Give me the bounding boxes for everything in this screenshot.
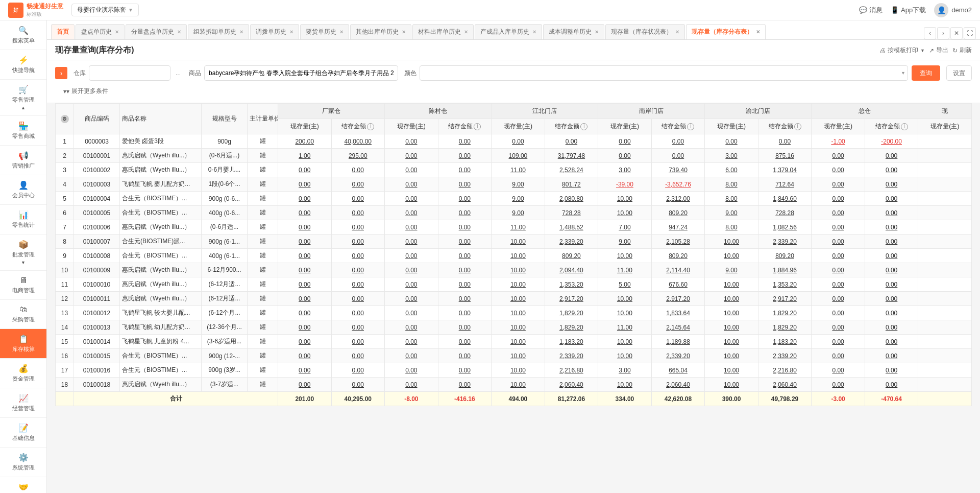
table-row: 1100100010惠氏启赋（Wyeth illu...）(6-12月适...罐… (56, 277, 972, 292)
nav-icon: ⚡ (18, 55, 29, 65)
message-icon: 💬 (859, 6, 867, 14)
search-bar: › 仓库 ... 商品 颜色 ▼ (47, 60, 980, 103)
sidebar-item-inventory[interactable]: 📋 库存核算 (0, 329, 46, 359)
color-input[interactable] (420, 65, 908, 81)
sidebar-item-enterprise[interactable]: 🤝 企业协同 (0, 477, 46, 493)
print-btn[interactable]: 🖨 按模板打印 ▼ (879, 46, 925, 55)
enterprise-icon: 🤝 (18, 482, 29, 492)
expand-conditions-btn[interactable]: ▾▾ 展开更多条件 (59, 85, 972, 98)
sidebar-item-stats[interactable]: 📊 零售统计 (0, 205, 46, 234)
tab-assembly[interactable]: 组装拆卸单历史 ✕ (188, 24, 249, 39)
avatar: 👤 (934, 3, 948, 17)
info-icon[interactable]: i (687, 123, 694, 130)
ecommerce-icon: 🖥 (19, 276, 28, 285)
tab-branch-count[interactable]: 分量盘点单历史 ✕ (126, 24, 187, 39)
tab-close-icon[interactable]: ✕ (675, 29, 679, 35)
member-icon: 👤 (18, 180, 29, 190)
tab-prev-btn[interactable]: ‹ (924, 27, 936, 39)
tab-close-icon[interactable]: ✕ (289, 29, 293, 35)
col-subheader-w2-qty: 现存量(主) (385, 119, 438, 134)
tab-stock-dist[interactable]: 现存量（库存分布表） ✕ (686, 24, 766, 39)
tab-inventory-count[interactable]: 盘点单历史 ✕ (76, 24, 125, 39)
settings-icon[interactable]: ⚙ (61, 115, 69, 123)
summary-row: 合计201.0040,295.00-8.00-416.16494.0081,27… (56, 392, 972, 406)
tab-close-icon[interactable]: ✕ (595, 29, 599, 35)
col-subheader-w5-qty: 现存量(主) (705, 119, 758, 134)
info-icon[interactable]: i (901, 123, 908, 130)
sidebar-item-wholesale[interactable]: 📦 批发管理 ▼ (0, 234, 46, 271)
sidebar-item-retail[interactable]: 🛒 零售管理 ▲ (0, 80, 46, 116)
table-row: 400100003飞鹤星飞帆 婴儿配方奶...1段(0-6个...罐0.000.… (56, 177, 972, 192)
info-icon[interactable]: i (367, 123, 374, 130)
product-input[interactable] (204, 65, 398, 81)
sidebar-item-nav[interactable]: ⚡ 快捷导航 (0, 50, 46, 80)
arrow-down-icon: ▼ (21, 260, 26, 265)
page-header: 现存量查询(库存分布) 🖨 按模板打印 ▼ ↗ 导出 ↻ (47, 40, 980, 60)
col-subheader-cur-qty: 现存量(主) (918, 119, 972, 134)
export-icon: ↗ (929, 47, 934, 54)
table-row: 800100007合生元(BIOSTIME)派...900g (6-1...罐0… (56, 234, 972, 249)
print-icon: 🖨 (879, 47, 886, 54)
sidebar-item-basic[interactable]: 📝 基础信息 (0, 418, 46, 448)
sidebar-item-ecommerce[interactable]: 🖥 电商管理 (0, 271, 46, 300)
tab-material-out[interactable]: 材料出库单历史 ✕ (412, 24, 474, 39)
setting-button[interactable]: 设置 (946, 65, 972, 81)
col-subheader-wt-amt: 结存金额i (865, 119, 918, 134)
col-header-warehouse-3: 江北门店 (492, 104, 598, 119)
table-row: 1600100015合生元（BIOSTIME）...900g (12-...罐0… (56, 349, 972, 363)
sidebar-item-purchase[interactable]: 🛍 采购管理 (0, 300, 46, 329)
tab-home[interactable]: 首页 (51, 24, 75, 39)
app-download-btn[interactable]: 📱 App下载 (891, 6, 926, 15)
tab-close-all-btn[interactable]: ✕ (950, 27, 963, 39)
user-area[interactable]: 👤 demo2 (934, 3, 972, 17)
tab-close-icon[interactable]: ✕ (532, 29, 536, 35)
refresh-icon: ↻ (952, 47, 958, 54)
warehouse-field: 仓库 ... (74, 65, 183, 81)
table-row: 300100002惠氏启赋（Wyeth illu...）0-6月婴儿...罐0.… (56, 163, 972, 177)
table-row: 200100001惠氏启赋（Wyeth illu...）(0-6月适...)罐1… (56, 149, 972, 163)
tab-next-btn[interactable]: › (937, 27, 949, 39)
tab-close-icon[interactable]: ✕ (115, 29, 119, 35)
tab-close-icon[interactable]: ✕ (402, 29, 406, 35)
warehouse-input[interactable] (89, 65, 170, 81)
tab-product-in[interactable]: 产成品入库单历史 ✕ (475, 24, 542, 39)
tab-close-icon[interactable]: ✕ (239, 29, 243, 35)
sidebar-item-retail-shop[interactable]: 🏪 零售商城 (0, 116, 46, 146)
operation-icon: 📈 (18, 393, 29, 403)
col-header-code: 商品编码 (74, 104, 120, 134)
sidebar-item-finance[interactable]: 💰 资金管理 (0, 359, 46, 388)
col-header-settings[interactable]: ⚙ (56, 104, 74, 134)
tab-close-icon[interactable]: ✕ (756, 29, 760, 35)
main-layout: 🔍 搜索英单 ⚡ 快捷导航 🛒 零售管理 ▲ 🏪 零售商城 📢 营销推广 � (0, 20, 980, 493)
info-icon[interactable]: i (794, 123, 801, 130)
tab-request[interactable]: 要货单历史 ✕ (300, 24, 349, 39)
export-btn[interactable]: ↗ 导出 (929, 46, 948, 55)
company-dropdown[interactable]: 母婴行业演示陈套 ▼ (71, 4, 139, 16)
tab-fullscreen-btn[interactable]: ⛶ (964, 27, 976, 39)
collapse-btn[interactable]: › (55, 67, 67, 79)
sidebar-item-search[interactable]: 🔍 搜索英单 (0, 20, 46, 50)
sidebar-item-operation[interactable]: 📈 经营管理 (0, 388, 46, 418)
inventory-icon: 📋 (18, 334, 29, 344)
system-icon: ⚙️ (18, 453, 29, 462)
tab-cost-adjust[interactable]: 成本调整单历史 ✕ (543, 24, 604, 39)
tab-other-out[interactable]: 其他出库单历史 ✕ (350, 24, 411, 39)
warehouse-dots-btn[interactable]: ... (174, 69, 183, 77)
refresh-btn[interactable]: ↻ 刷新 (952, 46, 972, 55)
tab-close-icon[interactable]: ✕ (339, 29, 344, 35)
sidebar-item-system[interactable]: ⚙️ 系统管理 (0, 448, 46, 477)
table-row: 1400100013飞鹤星飞帆 幼儿配方奶...(12-36个月...罐0.00… (56, 320, 972, 335)
top-bar: 好 畅捷通好生意 标准版 母婴行业演示陈套 ▼ 💬 消息 📱 App下载 (0, 0, 980, 20)
tab-close-icon[interactable]: ✕ (464, 29, 468, 35)
tab-transfer[interactable]: 调拨单历史 ✕ (250, 24, 299, 39)
message-btn[interactable]: 💬 消息 (859, 6, 883, 15)
wholesale-icon: 📦 (18, 240, 29, 249)
sidebar-item-member[interactable]: 👤 会员中心 (0, 175, 46, 205)
query-button[interactable]: 查询 (912, 65, 940, 81)
sidebar-item-marketing[interactable]: 📢 营销推广 (0, 146, 46, 175)
tab-stock-status[interactable]: 现存量（库存状况表） ✕ (605, 24, 685, 39)
top-bar-left: 好 畅捷通好生意 标准版 母婴行业演示陈套 ▼ (8, 2, 139, 18)
info-icon[interactable]: i (580, 123, 587, 130)
tab-close-icon[interactable]: ✕ (177, 29, 181, 35)
info-icon[interactable]: i (474, 123, 481, 130)
